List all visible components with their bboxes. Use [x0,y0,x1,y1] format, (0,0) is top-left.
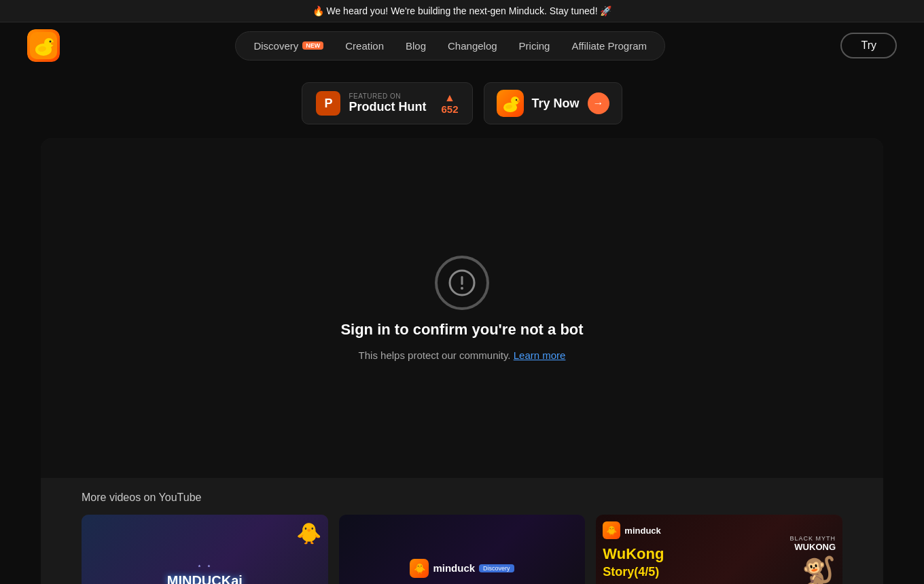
product-hunt-text: FEATURED ON Product Hunt [349,92,426,114]
navbar: Discovery NEW Creation Blog Changelog Pr… [0,22,924,69]
svg-point-13 [461,287,463,290]
ph-featured-on: FEATURED ON [349,92,426,100]
nav-link-pricing[interactable]: Pricing [510,36,560,56]
logo-emoji [27,29,60,62]
video-container: Sign in to confirm you're not a bot This… [41,138,883,584]
more-videos-title: More videos on YouTube [82,492,842,504]
nav-link-creation[interactable]: Creation [336,36,393,56]
error-title: Sign in to confirm you're not a bot [340,321,583,339]
announcement-bar: 🔥 We heard you! We're building the next-… [0,0,924,22]
new-badge: NEW [302,41,323,50]
video-thumb-2: 🐥 minduck Discovery Search beyond answer… [339,515,586,584]
ph-name: Product Hunt [349,100,426,114]
video-error-overlay: Sign in to confirm you're not a bot This… [340,256,583,361]
svg-point-8 [515,99,516,101]
thumb1-line1: MINDUCKai [167,573,243,584]
try-button[interactable]: Try [840,33,897,58]
error-desc: This helps protect our community. Learn … [359,349,566,361]
nav-link-discovery[interactable]: Discovery NEW [244,36,333,56]
hero-section: P FEATURED ON Product Hunt ▲ 652 [0,69,924,584]
svg-point-9 [516,101,520,103]
logo[interactable] [27,29,60,62]
try-now-arrow-icon: → [588,92,609,114]
video-card-2[interactable]: 🐥 minduck Discovery Search beyond answer… [339,515,586,584]
svg-point-4 [51,42,55,45]
product-hunt-badge[interactable]: P FEATURED ON Product Hunt ▲ 652 [302,82,472,124]
nav-link-changelog[interactable]: Changelog [438,36,507,56]
ph-upvote: ▲ 652 [441,92,458,115]
try-now-badge[interactable]: Try Now → [484,82,622,124]
announcement-text: 🔥 We heard you! We're building the next-… [313,5,612,16]
video-card-3[interactable]: 🐥 minduck WuKong Story(4/5) More Story B… [596,515,842,584]
product-hunt-icon: P [316,91,340,116]
video-thumb-1: ⋆ ⋆ MINDUCKai UPDATE 2.2 version 🐥 1:28 [82,515,328,584]
video-card-1[interactable]: ⋆ ⋆ MINDUCKai UPDATE 2.2 version 🐥 1:28 … [82,515,328,584]
ph-arrow: ▲ [444,92,455,103]
hero-badges: P FEATURED ON Product Hunt ▲ 652 [302,82,622,124]
svg-rect-12 [461,276,463,285]
nav-link-affiliate[interactable]: Affiliate Program [562,36,656,56]
video-area: Sign in to confirm you're not a bot This… [41,138,883,478]
error-icon-circle [435,256,489,310]
learn-more-link[interactable]: Learn more [514,349,566,361]
try-now-logo [497,90,524,117]
ph-count: 652 [441,103,458,115]
more-videos-section: More videos on YouTube ⋆ ⋆ MINDUCKai UPD… [41,478,883,584]
nav-link-blog[interactable]: Blog [396,36,436,56]
video-grid: ⋆ ⋆ MINDUCKai UPDATE 2.2 version 🐥 1:28 … [82,515,842,584]
try-now-text: Try Now [532,97,580,111]
nav-links-container: Discovery NEW Creation Blog Changelog Pr… [235,31,665,61]
svg-point-3 [50,41,52,43]
video-thumb-3: 🐥 minduck WuKong Story(4/5) More Story B… [596,515,842,584]
